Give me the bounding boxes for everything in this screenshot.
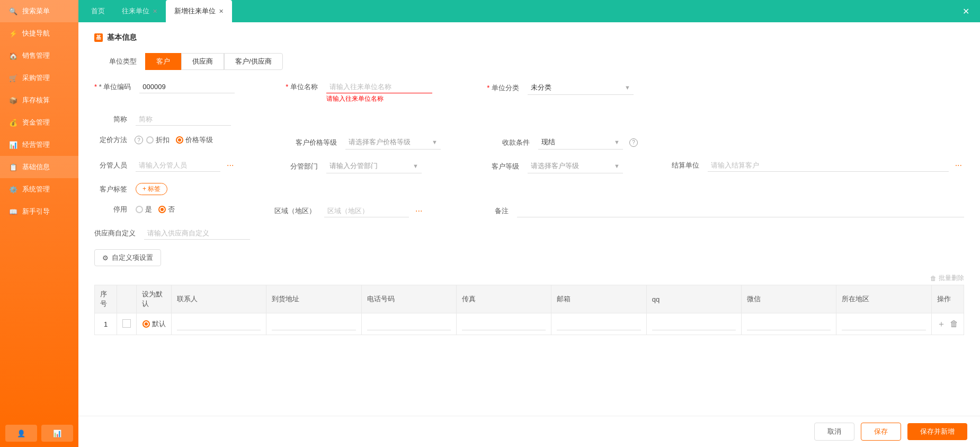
disabled-yes-radio[interactable]: 是	[136, 205, 152, 214]
pricing-help-icon[interactable]: ?	[135, 136, 143, 144]
row-checkbox[interactable]	[122, 319, 131, 328]
row-add-icon[interactable]: ＋	[937, 319, 946, 330]
supervisor-more-icon[interactable]: ···	[225, 161, 236, 170]
disabled-yes-circle	[136, 206, 143, 213]
sidebar-item-operation[interactable]: 📊 经营管理	[0, 134, 78, 156]
unit-type-btn-supplier[interactable]: 供应商	[181, 53, 224, 70]
fax-input[interactable]	[462, 318, 546, 330]
row-qq[interactable]	[646, 313, 741, 335]
settlement-more-icon[interactable]: ···	[953, 161, 964, 170]
customer-price-select[interactable]: 请选择客户价格等级 ▼	[345, 135, 441, 150]
row-region-input[interactable]	[842, 318, 925, 330]
tab-home[interactable]: 首页	[83, 0, 113, 22]
unit-category-select[interactable]: 未分类 ▼	[528, 81, 634, 95]
form-row-basic: * * 单位编码 * 单位名称 请输入往来单位名称 * 单位分类	[94, 81, 964, 103]
sidebar-item-system[interactable]: ⚙️ 系统管理	[0, 178, 78, 200]
form-row-supervisor: 分管人员 ··· 分管部门 请输入分管部门 ▼ 客户等级 请选择客户等级 ▼ 结…	[94, 159, 964, 173]
form-row-pricing: 定价方法 ? 折扣 价格等级 客户价格等级 请选择客户价格等级	[94, 135, 964, 150]
pricing-radio-discount[interactable]: 折扣	[146, 135, 170, 145]
sidebar-item-label: 快捷导航	[22, 29, 50, 38]
qq-input[interactable]	[652, 318, 736, 330]
remark-input[interactable]	[517, 205, 964, 217]
row-phone[interactable]	[361, 313, 456, 335]
settlement-input[interactable]	[708, 159, 949, 172]
region-more-icon[interactable]: ···	[413, 206, 424, 216]
disabled-field: 停用 是 否	[94, 205, 253, 214]
sidebar-bottom-btn-1[interactable]: 👤	[5, 425, 37, 442]
supplier-custom-field: 供应商自定义	[94, 227, 296, 240]
row-wechat[interactable]	[742, 313, 836, 335]
sidebar-bottom-btn-2[interactable]: 📊	[41, 425, 73, 442]
col-wechat: 微信	[742, 285, 836, 313]
sidebar-item-quick-nav[interactable]: ⚡ 快捷导航	[0, 22, 78, 45]
col-actions: 操作	[931, 285, 964, 313]
tab-partners-close-icon[interactable]: ✕	[153, 8, 157, 15]
row-contact[interactable]	[171, 313, 266, 335]
sidebar-item-inventory[interactable]: 📦 库存核算	[0, 89, 78, 111]
save-and-new-button[interactable]: 保存并新增	[907, 423, 967, 440]
sidebar-item-sales[interactable]: 🏠 销售管理	[0, 45, 78, 67]
row-checkbox-cell[interactable]	[117, 313, 137, 335]
address-input[interactable]	[272, 318, 355, 330]
tab-partners[interactable]: 往来单位 ✕	[113, 0, 166, 22]
unit-category-field: * 单位分类 未分类 ▼	[486, 81, 666, 95]
sidebar-item-basic[interactable]: 📋 基础信息	[0, 156, 78, 178]
save-button[interactable]: 保存	[861, 423, 901, 441]
cancel-button[interactable]: 取消	[814, 423, 854, 441]
row-default-radio[interactable]: 默认	[142, 319, 165, 329]
unit-name-input[interactable]	[326, 81, 432, 93]
dept-select[interactable]: 请输入分管部门 ▼	[326, 159, 422, 173]
wechat-input[interactable]	[747, 318, 831, 330]
row-region[interactable]	[836, 313, 931, 335]
payment-help-icon[interactable]: ?	[629, 138, 638, 147]
form-content: 基 基本信息 单位类型 客户 供应商 客户/供应商 * * 单位编码	[78, 22, 980, 416]
disabled-no-radio[interactable]: 否	[158, 205, 175, 214]
customer-level-label: 客户等级	[486, 162, 523, 171]
box-icon: 📦	[8, 95, 18, 105]
batch-delete-area[interactable]: 🗑 批量删除	[94, 274, 964, 283]
unit-type-btn-both[interactable]: 客户/供应商	[224, 53, 283, 70]
col-check	[117, 285, 137, 313]
sidebar-bottom: 👤 📊	[0, 419, 78, 447]
payment-terms-select[interactable]: 现结 ▼	[538, 135, 623, 150]
unit-name-field: * 单位名称	[285, 81, 465, 93]
radio-level-circle	[176, 136, 183, 144]
supervisor-label: 分管人员	[94, 161, 131, 170]
customer-level-select[interactable]: 请选择客户等级 ▼	[528, 159, 623, 173]
section-title-text: 基本信息	[107, 33, 137, 42]
row-email[interactable]	[551, 313, 646, 335]
pricing-radio-level[interactable]: 价格等级	[176, 135, 213, 145]
form-row-disabled: 停用 是 否 区域（地区） ··· 备注	[94, 205, 964, 217]
row-delete-icon[interactable]: 🗑	[950, 319, 958, 329]
row-address[interactable]	[266, 313, 361, 335]
col-contact: 联系人	[171, 285, 266, 313]
col-email: 邮箱	[551, 285, 646, 313]
sidebar-item-finance[interactable]: 💰 资金管理	[0, 111, 78, 134]
row-fax[interactable]	[456, 313, 551, 335]
supervisor-input[interactable]	[136, 159, 220, 172]
sidebar-item-search[interactable]: 🔍 搜索菜单	[0, 0, 78, 22]
supplier-custom-input[interactable]	[144, 227, 250, 240]
unit-type-btn-customer[interactable]: 客户	[145, 53, 181, 70]
form-row-shortname: 简称	[94, 113, 964, 126]
sidebar-item-label: 经营管理	[22, 140, 50, 150]
tab-new-partner[interactable]: 新增往来单位 ✕	[166, 0, 232, 22]
supervisor-field: 分管人员 ···	[94, 159, 264, 172]
region-input[interactable]	[324, 205, 409, 217]
chevron-down-icon-5: ▼	[614, 163, 620, 169]
phone-input[interactable]	[367, 318, 451, 330]
add-tag-button[interactable]: + 标签	[136, 183, 167, 195]
short-name-input[interactable]	[136, 113, 231, 126]
disabled-no-circle	[158, 206, 166, 213]
sidebar-item-guide[interactable]: 📖 新手引导	[0, 200, 78, 223]
unit-code-input[interactable]	[139, 81, 235, 93]
window-close-button[interactable]: ✕	[956, 6, 976, 16]
custom-settings-button[interactable]: ⚙ 自定义项设置	[94, 249, 161, 266]
tab-new-partner-close-icon[interactable]: ✕	[219, 8, 224, 15]
email-input[interactable]	[557, 318, 640, 330]
contact-input[interactable]	[177, 318, 261, 330]
dept-label: 分管部门	[285, 162, 322, 171]
col-fax: 传真	[456, 285, 551, 313]
sidebar-item-purchase[interactable]: 🛒 采购管理	[0, 67, 78, 89]
tab-home-label: 首页	[91, 6, 105, 16]
